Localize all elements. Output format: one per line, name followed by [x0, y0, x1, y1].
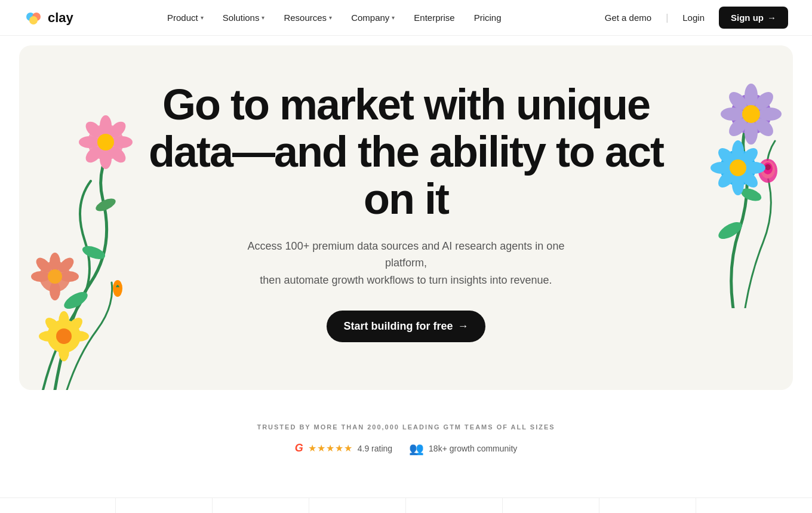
svg-point-60: [715, 145, 738, 168]
nav-links: Product ▾ Solutions ▾ Resources ▾ Compan…: [159, 8, 510, 27]
svg-point-64: [730, 159, 746, 176]
chevron-down-icon: ▾: [201, 14, 204, 21]
svg-point-24: [33, 255, 54, 275]
nav-solutions[interactable]: Solutions ▾: [214, 8, 273, 27]
svg-point-25: [56, 255, 76, 275]
logo-airbnb[interactable]: airbnb: [599, 498, 696, 513]
get-demo-button[interactable]: Get a demo: [595, 8, 661, 27]
svg-point-35: [56, 328, 72, 344]
login-button[interactable]: Login: [673, 8, 714, 27]
svg-point-55: [730, 160, 746, 176]
nav-pricing[interactable]: Pricing: [466, 8, 510, 27]
svg-point-44: [758, 107, 782, 121]
hero-subtitle: Access 100+ premium data sources and AI …: [239, 238, 573, 289]
svg-point-50: [758, 159, 777, 183]
svg-point-45: [725, 88, 750, 113]
nav-resources[interactable]: Resources ▾: [275, 8, 340, 27]
hero-section: Go to market with unique data—and the ab…: [19, 45, 793, 390]
nav-enterprise[interactable]: Enterprise: [405, 8, 463, 27]
signup-button[interactable]: Sign up →: [719, 7, 788, 29]
community-text: 18k+ growth community: [429, 444, 517, 453]
logo-anthropic[interactable]: ANTHROPIC Case study: [696, 498, 793, 513]
svg-point-5: [81, 244, 107, 262]
g2-icon: G: [295, 442, 303, 454]
flowers-right-decoration: [673, 81, 793, 308]
logo-vanta[interactable]: Vanta Case study: [213, 498, 309, 513]
chevron-down-icon: ▾: [329, 14, 332, 21]
start-building-button[interactable]: Start building for free →: [327, 311, 485, 342]
trusted-label: TRUSTED BY MORE THAN 200,000 LEADING GTM…: [24, 423, 788, 431]
logo-grid-row1: Canva HubSpot Vanta Case study: [0, 497, 812, 513]
svg-point-19: [48, 270, 61, 283]
svg-point-32: [69, 331, 89, 342]
svg-point-61: [738, 145, 761, 168]
svg-point-52: [763, 162, 773, 174]
logo-openai[interactable]: OpenAI Case study: [406, 498, 503, 513]
svg-point-58: [710, 162, 733, 174]
svg-point-49: [742, 105, 760, 123]
hero-title: Go to market with unique data—and the ab…: [137, 81, 675, 223]
svg-point-48: [752, 115, 776, 139]
star-rating: ★★★★★: [308, 443, 353, 454]
svg-point-41: [745, 84, 758, 107]
svg-point-8: [99, 135, 113, 149]
rating-badge: G ★★★★★ 4.9 rating: [295, 442, 392, 454]
svg-point-31: [39, 331, 59, 342]
svg-point-7: [88, 124, 124, 160]
svg-point-27: [47, 320, 81, 353]
nav-actions: Get a demo | Login Sign up →: [595, 7, 788, 29]
arrow-icon: →: [458, 320, 469, 333]
svg-point-17: [97, 134, 114, 150]
svg-point-4: [61, 288, 90, 312]
nav-company[interactable]: Company ▾: [343, 8, 403, 27]
rating-text: 4.9 rating: [358, 444, 392, 453]
svg-point-63: [738, 168, 761, 191]
navigation: clay Product ▾ Solutions ▾ Resources ▾ C…: [0, 0, 812, 36]
svg-point-39: [731, 94, 771, 134]
svg-point-15: [83, 144, 105, 166]
svg-point-20: [50, 253, 60, 272]
svg-point-37: [716, 219, 745, 242]
svg-point-12: [111, 136, 133, 148]
logo-hubspot[interactable]: HubSpot: [116, 498, 213, 513]
svg-point-38: [739, 186, 763, 203]
svg-point-53: [765, 164, 771, 170]
svg-point-18: [39, 261, 70, 292]
svg-point-42: [745, 121, 758, 145]
svg-point-22: [31, 271, 50, 282]
svg-point-33: [42, 315, 63, 336]
logo-link[interactable]: clay: [24, 8, 73, 27]
svg-point-47: [725, 115, 750, 139]
logo-intercom[interactable]: INTERCOM: [309, 498, 406, 513]
community-badge: 👥 18k+ growth community: [409, 441, 517, 456]
svg-point-6: [94, 196, 117, 214]
svg-point-13: [83, 119, 105, 141]
svg-point-9: [100, 115, 112, 137]
clay-logo-icon: [24, 8, 43, 27]
logo-square[interactable]: Square: [503, 498, 599, 513]
svg-point-3: [29, 16, 38, 24]
svg-point-62: [715, 168, 738, 191]
arrow-icon: →: [767, 13, 776, 23]
svg-point-30: [59, 341, 69, 361]
chevron-down-icon: ▾: [262, 14, 264, 21]
nav-product[interactable]: Product ▾: [159, 8, 212, 27]
svg-point-21: [50, 281, 60, 300]
community-icon: 👥: [409, 441, 424, 456]
svg-point-29: [59, 311, 69, 331]
svg-point-11: [79, 136, 100, 148]
logo-text: clay: [48, 10, 73, 26]
svg-point-28: [57, 329, 71, 343]
svg-point-54: [720, 150, 756, 186]
svg-point-59: [743, 162, 765, 174]
svg-point-26: [48, 269, 62, 284]
svg-point-10: [100, 148, 112, 169]
svg-point-56: [732, 140, 744, 163]
trusted-section: TRUSTED BY MORE THAN 200,000 LEADING GTM…: [0, 400, 812, 497]
svg-point-51: [761, 161, 775, 179]
svg-point-16: [107, 144, 129, 166]
logo-canva[interactable]: Canva: [19, 498, 116, 513]
chevron-down-icon: ▾: [392, 14, 395, 21]
svg-point-14: [107, 119, 129, 141]
svg-point-23: [60, 271, 79, 282]
